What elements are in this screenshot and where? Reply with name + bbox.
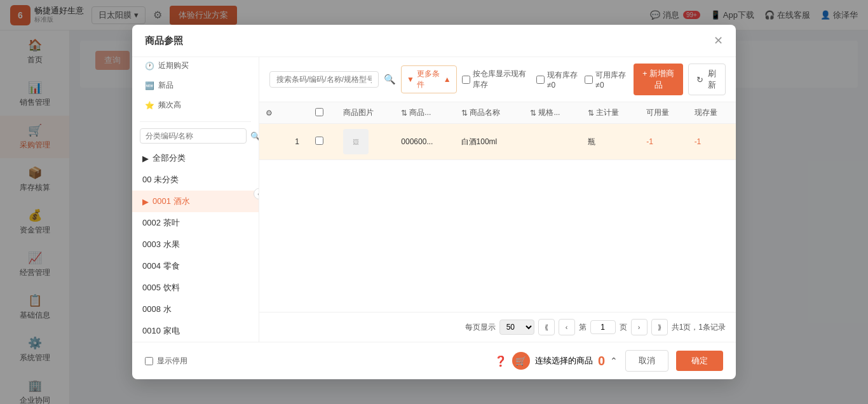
total-info: 共1页，1条记录 bbox=[672, 322, 726, 333]
td-img: 🖼 bbox=[337, 124, 395, 160]
cat-label: 0003 水果 bbox=[142, 239, 180, 250]
quick-btns-group: 🕐 近期购买 🆕 新品 ⭐ 频次高 bbox=[132, 57, 259, 119]
product-table-wrap: ⚙ 商品图片 ⇅ 商品... bbox=[259, 102, 736, 312]
row-checkbox[interactable] bbox=[315, 137, 323, 145]
product-image: 🖼 bbox=[343, 129, 369, 154]
page-next-btn[interactable]: › bbox=[631, 319, 648, 335]
check-stock[interactable] bbox=[536, 76, 545, 84]
td-spec bbox=[524, 124, 581, 160]
page-label: 第 bbox=[579, 322, 587, 333]
modal-footer: 显示停用 ❓ 🛒 连续选择的商品 0 ⌃ 取消 确定 bbox=[132, 342, 736, 379]
cart-label: 连续选择的商品 bbox=[535, 355, 593, 367]
quick-btn-recent[interactable]: 🕐 近期购买 bbox=[140, 57, 251, 74]
td-name: 白酒100ml bbox=[455, 124, 524, 160]
chevron-up-icon[interactable]: ⌃ bbox=[610, 356, 618, 366]
td-checkbox bbox=[309, 124, 337, 160]
cat-search-row: 🔍 bbox=[132, 125, 259, 147]
page-first-btn[interactable]: ⟪ bbox=[538, 319, 555, 335]
td-unit: 瓶 bbox=[581, 124, 641, 160]
freq-icon: ⭐ bbox=[145, 101, 154, 110]
th-name[interactable]: ⇅ 商品名称 bbox=[455, 102, 524, 124]
cat-search-input[interactable] bbox=[140, 128, 247, 144]
cat-label: 0002 茶叶 bbox=[142, 217, 180, 229]
page-size-select[interactable]: 50 10 20 100 bbox=[499, 320, 534, 335]
cancel-btn[interactable]: 取消 bbox=[625, 350, 668, 372]
refresh-btn[interactable]: ↻ 刷新 bbox=[688, 64, 726, 95]
add-product-btn[interactable]: + 新增商品 bbox=[634, 64, 684, 95]
page-size-label: 每页显示 bbox=[465, 322, 496, 333]
settings-icon[interactable]: ⚙ bbox=[266, 109, 273, 118]
filter-label: 更多条件 bbox=[417, 69, 441, 90]
cat-item-all[interactable]: ▶ 全部分类 bbox=[132, 147, 259, 169]
product-toolbar: 🔍 ▼ 更多条件 ▲ 按仓库显示现有库存 现有库存≠0 bbox=[259, 57, 736, 102]
check-warehouse[interactable] bbox=[462, 76, 470, 84]
th-stock: 现存量 bbox=[688, 102, 736, 124]
td-settings bbox=[259, 124, 286, 160]
cat-search-icon[interactable]: 🔍 bbox=[250, 131, 259, 141]
check-available[interactable] bbox=[585, 76, 593, 84]
cat-arrow-icon: ▶ bbox=[142, 154, 149, 163]
chevron-up-icon: ▲ bbox=[444, 75, 451, 84]
th-available: 可用量 bbox=[640, 102, 688, 124]
product-reference-modal: 商品参照 ✕ 🕐 近期购买 🆕 新品 ⭐ 频次高 bbox=[132, 25, 736, 379]
cat-item-0003[interactable]: 0003 水果 bbox=[132, 234, 259, 255]
product-panel: 🔍 ▼ 更多条件 ▲ 按仓库显示现有库存 现有库存≠0 bbox=[259, 57, 736, 342]
th-settings: ⚙ bbox=[259, 102, 286, 124]
cat-list: ▶ 全部分类 00 未分类 ▶ 0001 酒水 0002 茶叶 0003 水果 bbox=[132, 147, 259, 342]
cat-label: 0001 酒水 bbox=[153, 196, 190, 207]
page-last-btn[interactable]: ⟫ bbox=[651, 319, 668, 335]
th-checkbox bbox=[309, 102, 337, 124]
th-unit[interactable]: ⇅ 主计量 bbox=[581, 102, 641, 124]
filter-more-btn[interactable]: ▼ 更多条件 ▲ bbox=[401, 65, 457, 93]
product-table: ⚙ 商品图片 ⇅ 商品... bbox=[259, 102, 736, 160]
th-unit-sort-icon: ⇅ bbox=[588, 109, 594, 118]
th-spec[interactable]: ⇅ 规格... bbox=[524, 102, 581, 124]
cart-icon: 🛒 bbox=[512, 352, 530, 370]
refresh-icon: ↻ bbox=[696, 75, 703, 84]
cat-item-0002[interactable]: 0002 茶叶 bbox=[132, 212, 259, 234]
quick-btn-freq[interactable]: ⭐ 频次高 bbox=[140, 97, 251, 114]
cat-item-0001[interactable]: ▶ 0001 酒水 bbox=[132, 191, 259, 212]
footer-cart: ❓ 🛒 连续选择的商品 0 ⌃ bbox=[494, 352, 618, 370]
filter-icon: ▼ bbox=[407, 75, 414, 84]
show-disabled-text: 显示停用 bbox=[157, 356, 187, 367]
show-disabled-checkbox[interactable] bbox=[145, 357, 153, 365]
modal-close-btn[interactable]: ✕ bbox=[714, 34, 723, 48]
help-icon[interactable]: ❓ bbox=[494, 355, 507, 367]
modal-title: 商品参照 bbox=[145, 35, 183, 47]
page-unit: 页 bbox=[620, 322, 627, 333]
td-stock: -1 bbox=[688, 124, 736, 160]
check-warehouse-label[interactable]: 按仓库显示现有库存 bbox=[462, 69, 531, 90]
product-search-icon[interactable]: 🔍 bbox=[384, 74, 396, 85]
check-available-label[interactable]: 可用库存≠0 bbox=[585, 70, 628, 90]
th-name-sort-icon: ⇅ bbox=[461, 109, 468, 118]
recent-icon: 🕐 bbox=[145, 62, 154, 71]
pagination-row: 每页显示 50 10 20 100 ⟪ ‹ 第 页 › ⟫ 共1页，1条记录 bbox=[259, 312, 736, 342]
table-row[interactable]: 1 🖼 000600... 白酒100ml 瓶 bbox=[259, 124, 736, 160]
cat-label: 0008 水 bbox=[142, 304, 172, 315]
th-spec-sort-icon: ⇅ bbox=[530, 109, 536, 118]
cat-item-00[interactable]: 00 未分类 bbox=[132, 169, 259, 191]
page-number-input[interactable] bbox=[590, 320, 616, 334]
cat-label: 00 未分类 bbox=[142, 174, 179, 185]
select-all-checkbox[interactable] bbox=[315, 108, 323, 116]
page-prev-btn[interactable]: ‹ bbox=[559, 319, 575, 335]
show-disabled-label[interactable]: 显示停用 bbox=[145, 356, 187, 367]
th-code-sort-icon: ⇅ bbox=[401, 109, 407, 118]
cat-item-0005[interactable]: 0005 饮料 bbox=[132, 277, 259, 299]
new-icon: 🆕 bbox=[145, 81, 154, 90]
cat-item-0004[interactable]: 0004 零食 bbox=[132, 255, 259, 277]
cat-item-0008[interactable]: 0008 水 bbox=[132, 299, 259, 320]
check-stock-label[interactable]: 现有库存≠0 bbox=[536, 70, 580, 90]
quick-btn-new[interactable]: 🆕 新品 bbox=[140, 77, 251, 94]
product-search-input[interactable] bbox=[269, 71, 379, 88]
category-panel: 🕐 近期购买 🆕 新品 ⭐ 频次高 🔍 bbox=[132, 57, 259, 342]
cat-item-0010[interactable]: 0010 家电 bbox=[132, 320, 259, 342]
cart-count: 0 bbox=[598, 354, 605, 368]
td-code: 000600... bbox=[395, 124, 454, 160]
img-placeholder-icon: 🖼 bbox=[353, 138, 359, 145]
th-code[interactable]: ⇅ 商品... bbox=[395, 102, 454, 124]
th-img: 商品图片 bbox=[337, 102, 395, 124]
toolbar-right: + 新增商品 ↻ 刷新 bbox=[634, 64, 726, 95]
confirm-btn[interactable]: 确定 bbox=[676, 351, 723, 371]
